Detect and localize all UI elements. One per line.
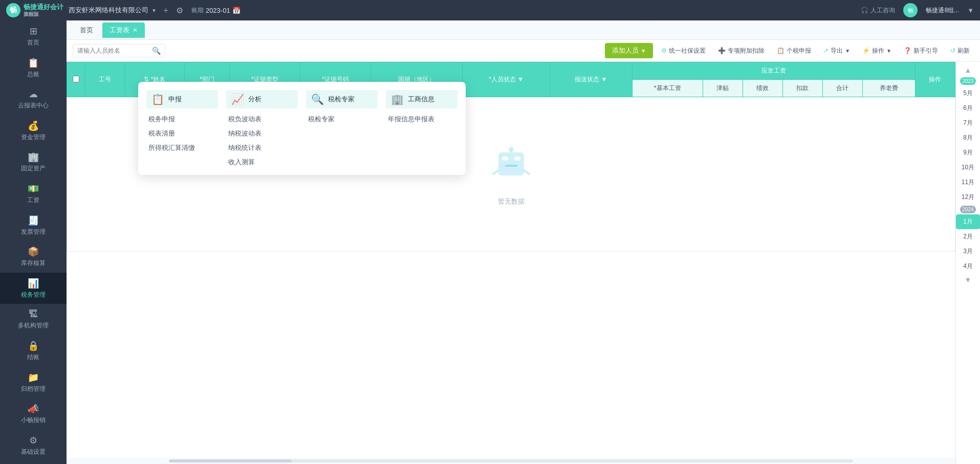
sidebar-item-salary[interactable]: 💵 工资 [0, 178, 67, 210]
col-performance: 绩效 [743, 80, 782, 97]
sidebar-label-xiaochang: 小畅报销 [21, 416, 46, 425]
annual-report-link[interactable]: 年报信息申报表 [388, 115, 458, 124]
tab-home[interactable]: 首页 [73, 23, 100, 38]
user-avatar: 畅 [903, 3, 918, 17]
cal-month-1[interactable]: 1月 [956, 214, 980, 229]
service-button[interactable]: 🎧 人工咨询 [861, 6, 895, 15]
building-icon: 🏢 [28, 151, 39, 163]
sidebar-item-new-guide[interactable]: 🆕 新手引导 [0, 461, 67, 464]
income-tax-settle-link[interactable]: 所得税汇算清缴 [148, 143, 218, 152]
new-guide-action-button[interactable]: ❓ 新手引导 [900, 45, 942, 57]
cal-month-10[interactable]: 10月 [956, 160, 980, 175]
operate-arrow-icon: ▼ [886, 48, 891, 54]
sidebar-item-ledger[interactable]: 📋 总账 [0, 52, 67, 84]
fund-icon: 💰 [28, 120, 39, 131]
sidebar-item-cloud-report[interactable]: ☁ 云报表中心 [0, 83, 67, 115]
col-total: 合计 [822, 80, 862, 97]
sidebar-item-invoice[interactable]: 🧾 发票管理 [0, 210, 67, 241]
tax-dropdown-popup: 📋 申报 税务申报 税表清册 所得税汇算清缴 📈 分析 [138, 82, 466, 175]
popup-section-analysis: 📈 分析 税负波动表 纳税波动表 纳税统计表 收入测算 [226, 90, 298, 167]
add-company-icon[interactable]: ＋ [162, 5, 170, 16]
sidebar-item-archive[interactable]: 📁 归档管理 [0, 367, 67, 399]
cal-month-8[interactable]: 8月 [956, 130, 980, 145]
settings-icon[interactable]: ⚙ [176, 6, 183, 15]
horizontal-scrollbar[interactable] [67, 458, 955, 464]
col-submit-status[interactable]: 报送状态 ▼ [550, 62, 632, 97]
refresh-button[interactable]: ↺ 刷新 [946, 45, 974, 57]
sidebar-label-basic: 基础设置 [21, 448, 46, 456]
col-person-status[interactable]: *人员状态 ▼ [463, 62, 550, 97]
col-base-salary: *基本工资 [632, 80, 703, 97]
popup-section-business-info: 🏢 工商信息 年报信息申报表 [386, 90, 458, 167]
analysis-icon: 📈 [231, 93, 244, 105]
export-button[interactable]: ↗ 导出 ▼ [819, 45, 854, 57]
cal-month-4[interactable]: 4月 [956, 259, 980, 274]
calendar-nav-up[interactable]: ▲ [963, 64, 974, 76]
invoice-icon: 🧾 [28, 215, 39, 226]
tax-expert-link[interactable]: 税检专家 [308, 115, 378, 124]
add-person-button[interactable]: 添加人员 ▼ [605, 43, 653, 58]
tax-expert-title: 税检专家 [328, 95, 355, 104]
social-insurance-button[interactable]: ⚙ 统一社保设置 [657, 45, 710, 57]
declaration-items: 税务申报 税表清册 所得税汇算清缴 [146, 115, 218, 152]
analysis-header: 📈 分析 [226, 90, 298, 108]
income-estimate-link[interactable]: 收入测算 [228, 158, 298, 167]
search-input[interactable] [77, 47, 149, 54]
tax-return-button[interactable]: 📋 个税申报 [773, 45, 815, 57]
tax-stats-link[interactable]: 纳税统计表 [228, 143, 298, 152]
tax-expert-header: 🔍 税检专家 [306, 90, 378, 108]
tab-salary-label: 工资表 [110, 26, 129, 35]
svg-rect-5 [510, 149, 512, 152]
add-person-label: 添加人员 [612, 46, 639, 55]
business-info-title: 工商信息 [408, 95, 434, 104]
guide-icon: ❓ [904, 47, 911, 54]
tab-salary[interactable]: 工资表 ✕ [102, 23, 145, 38]
tax-return-icon: 📋 [777, 47, 785, 54]
tax-payment-link[interactable]: 纳税波动表 [228, 129, 298, 138]
cal-month-3[interactable]: 3月 [956, 244, 980, 259]
cal-month-12[interactable]: 12月 [956, 190, 980, 205]
sidebar-item-fund[interactable]: 💰 资金管理 [0, 115, 67, 147]
sidebar-item-basic-settings[interactable]: ⚙ 基础设置 [0, 430, 67, 461]
sidebar-item-closing[interactable]: 🔒 结账 [0, 335, 67, 367]
scrollbar-thumb[interactable] [169, 459, 292, 462]
tab-close-icon[interactable]: ✕ [133, 27, 138, 34]
toolbar: 🔍 添加人员 ▼ ⚙ 统一社保设置 ➕ 专项附加扣除 📋 个税申报 ↗ 导出 [67, 40, 980, 62]
archive-icon: 📁 [28, 372, 39, 383]
select-all-checkbox[interactable] [73, 76, 79, 82]
tax-burden-link[interactable]: 税负波动表 [228, 115, 298, 124]
cal-month-7[interactable]: 7月 [956, 116, 980, 130]
business-info-icon: 🏢 [391, 93, 404, 105]
sidebar-item-inventory[interactable]: 📦 库存核算 [0, 241, 67, 273]
company-selector[interactable]: 西安虾米网络科技有限公司 ▼ [69, 6, 157, 15]
col-allowance: 津贴 [703, 80, 743, 97]
cal-month-2[interactable]: 2月 [956, 229, 980, 244]
tax-return-link[interactable]: 税务申报 [148, 115, 218, 124]
cal-month-11[interactable]: 11月 [956, 175, 980, 190]
tax-list-link[interactable]: 税表清册 [148, 129, 218, 138]
home-icon: ⊞ [30, 26, 37, 37]
sidebar-label-salary: 工资 [27, 196, 39, 205]
chevron-down-icon: ▼ [151, 8, 157, 13]
sidebar-item-multi-org[interactable]: 🏗 多机构管理 [0, 304, 67, 335]
operate-button[interactable]: ⚡ 操作 ▼ [858, 45, 896, 57]
export-label: 导出 [831, 47, 843, 55]
cal-month-9[interactable]: 9月 [956, 145, 980, 160]
sidebar-item-tax[interactable]: 📊 税务管理 [0, 273, 67, 304]
sidebar-item-fixed-assets[interactable]: 🏢 固定资产 [0, 146, 67, 178]
cal-month-6[interactable]: 6月 [956, 101, 980, 116]
logo-icon: 畅 [6, 3, 20, 17]
search-icon: 🔍 [152, 47, 161, 55]
app-sub-title: 旗舰版 [24, 11, 63, 17]
sidebar-item-xiaochang[interactable]: 📣 小畅报销 [0, 398, 67, 430]
cal-month-5[interactable]: 5月 [956, 86, 980, 101]
sidebar-label-tax: 税务管理 [21, 291, 46, 299]
calendar-nav-down[interactable]: ▼ [963, 274, 974, 286]
calendar-icon[interactable]: 📅 [232, 7, 241, 14]
special-deduction-button[interactable]: ➕ 专项附加扣除 [714, 45, 769, 57]
period-value: 2023-01 [206, 7, 230, 14]
add-person-arrow-icon: ▼ [641, 48, 646, 54]
sidebar-item-home[interactable]: ⊞ 首页 [0, 20, 67, 52]
user-menu-icon[interactable]: ▼ [967, 7, 974, 14]
checkbox-header[interactable] [67, 62, 85, 97]
